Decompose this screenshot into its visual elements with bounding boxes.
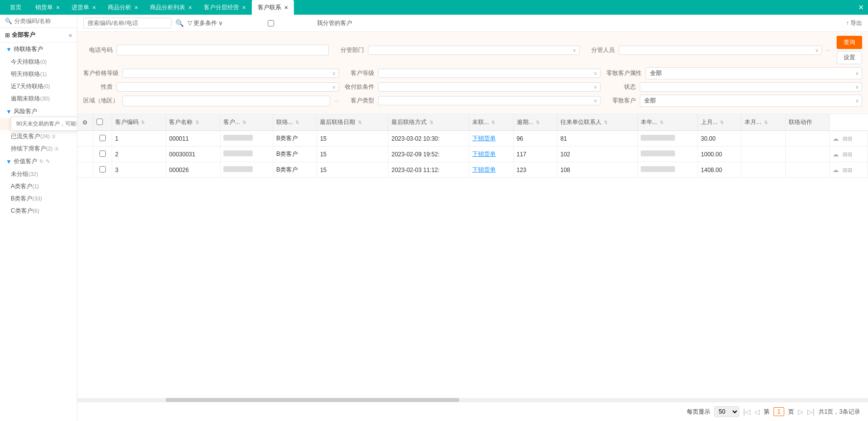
prev-icon[interactable]: ◁ — [754, 408, 760, 416]
more-conditions-btn[interactable]: ▽ 更多条件 ∨ — [188, 19, 223, 27]
customer-type-select[interactable]: ∨ — [378, 96, 601, 105]
price-grade-select[interactable]: ∨ — [122, 69, 339, 78]
sidebar-item-a-class[interactable]: A类客户(1) — [0, 180, 77, 193]
search-btn[interactable]: 🔍 — [175, 19, 184, 27]
sort-overdue-icon: ⇅ — [536, 120, 540, 125]
th-actions: 联络动作 — [785, 114, 829, 131]
table-row: 3 000026 B类客户 15 2023-02-03 11:12: 下销货单 … — [77, 162, 868, 178]
sidebar-item-overdue-contact[interactable]: 逾期未联络(30) — [0, 93, 77, 105]
row-settings — [77, 162, 93, 178]
filter-icon: ▽ — [188, 20, 192, 26]
more-manager-icon[interactable]: ··· — [826, 47, 831, 53]
th-unit-contact[interactable]: 往来单位联系人 ⇅ — [557, 114, 638, 131]
next-next-icon[interactable]: ▷| — [807, 408, 815, 416]
settings-btn[interactable]: 设置 — [837, 51, 862, 64]
sidebar-item-7days-pending[interactable]: 近7天待联络(0) — [0, 80, 77, 93]
chevron-zero-attr-icon: ∨ — [855, 71, 859, 76]
row-last-method[interactable]: 下销货单 — [469, 131, 513, 147]
main-content: 🔍 ▽ 更多条件 ∨ 我分管的客户 ↑ 导出 电话号码 — [77, 15, 868, 421]
chevron-zero-customer-icon: ∨ — [855, 98, 859, 103]
sort-last-month-icon: ⇅ — [720, 120, 724, 125]
sidebar-item-c-class[interactable]: C类客户(6) — [0, 205, 77, 217]
tab-home[interactable]: 首页 — [4, 0, 27, 15]
th-name[interactable]: 客户名称 ⇅ — [166, 114, 220, 131]
th-contacts[interactable]: 联络... ⇅ — [273, 114, 317, 131]
next-icon[interactable]: ▷ — [798, 408, 803, 416]
contact-action-icon[interactable]: ☁ — [833, 151, 839, 158]
sidebar-item-b-class[interactable]: B类客户(33) — [0, 193, 77, 205]
th-type[interactable]: 客户... ⇅ — [220, 114, 273, 131]
refresh-value-icon[interactable]: ↻ — [39, 158, 44, 165]
scrollbar-thumb[interactable] — [166, 398, 459, 402]
close-customer-contact-icon[interactable]: ✕ — [284, 5, 288, 10]
close-product-analysis-icon[interactable]: ✕ — [134, 5, 138, 10]
th-code[interactable]: 客户编码 ⇅ — [112, 114, 166, 131]
th-last-date[interactable]: 最后联络日期 ⇅ — [317, 114, 388, 131]
close-product-list-icon[interactable]: ✕ — [188, 5, 192, 10]
sidebar-item-today-pending[interactable]: 今天待联络(0) — [0, 56, 77, 68]
tab-customer-tier[interactable]: 客户分层经营 ✕ — [198, 0, 252, 15]
row-last-method[interactable]: 下销货单 — [469, 147, 513, 162]
th-last-method[interactable]: 最后联络方式 ⇅ — [388, 114, 469, 131]
sidebar-group-pending[interactable]: ▼ 待联络客户 — [0, 43, 77, 56]
table-settings-col[interactable]: ⚙ — [77, 114, 93, 131]
tab-purchase[interactable]: 进货单 ✕ — [66, 0, 102, 15]
close-sales-icon[interactable]: ✕ — [56, 5, 60, 10]
region-input[interactable] — [122, 96, 330, 106]
row-overdue: 102 — [557, 147, 638, 162]
sidebar-item-ungroup[interactable]: 未分组(32) — [0, 168, 77, 180]
tab-product-list[interactable]: 商品分析列表 ✕ — [144, 0, 198, 15]
th-overdue[interactable]: 逾期... ⇅ — [513, 114, 557, 131]
sidebar-all-customers[interactable]: ⊞ 全部客户 « — [0, 28, 77, 43]
sidebar-group-value[interactable]: ▼ 价值客户 ↻ ✎ — [0, 155, 77, 168]
sidebar-item-declining[interactable]: 持续下滑客户(2) ② — [0, 143, 77, 155]
row-checkbox[interactable] — [99, 135, 106, 141]
th-this-month[interactable]: 本月... ⇅ — [742, 114, 786, 131]
row-last-method[interactable]: 下销货单 — [469, 162, 513, 178]
collapse-sidebar-icon[interactable]: « — [69, 32, 72, 39]
per-page-select[interactable]: 50 100 200 — [714, 406, 739, 417]
more-action-icon[interactable]: ⊞⊞ — [843, 167, 852, 173]
th-last-month[interactable]: 上月... ⇅ — [698, 114, 742, 131]
horizontal-scrollbar[interactable] — [77, 398, 868, 402]
nature-select[interactable]: ∨ — [117, 82, 339, 92]
close-purchase-icon[interactable]: ✕ — [92, 5, 96, 10]
customer-grade-select[interactable]: ∨ — [378, 69, 601, 78]
zero-customer-select[interactable]: 全部 ∨ — [640, 95, 862, 107]
department-select[interactable]: ∨ — [368, 46, 580, 55]
query-btn[interactable]: 查询 — [837, 36, 862, 49]
select-all-checkbox[interactable] — [96, 119, 103, 125]
row-checkbox[interactable] — [99, 166, 106, 173]
sidebar-group-risk[interactable]: ▼ 风险客户 — [0, 105, 77, 118]
row-checkbox[interactable] — [99, 150, 106, 157]
manager-select[interactable]: ∨ — [619, 46, 822, 55]
th-this-year[interactable]: 本年... ⇅ — [637, 114, 698, 131]
edit-value-icon[interactable]: ✎ — [46, 158, 50, 165]
payment-select[interactable]: ∨ — [378, 82, 601, 92]
sidebar-item-churned[interactable]: 已流失客户(24) ② — [0, 130, 77, 143]
sidebar-item-tomorrow-pending[interactable]: 明天待联络(1) — [0, 68, 77, 80]
tab-sales[interactable]: 销货单 ✕ — [29, 0, 66, 15]
th-checkbox[interactable] — [93, 114, 112, 131]
more-action-icon[interactable]: ⊞⊞ — [843, 151, 852, 158]
search-input[interactable] — [83, 18, 171, 28]
th-unlisted[interactable]: 未联... ⇅ — [469, 114, 513, 131]
filter-panel: 电话号码 分管部门 ∨ 分管人员 ∨ ··· — [77, 32, 868, 114]
prev-prev-icon[interactable]: |◁ — [743, 408, 750, 416]
contact-action-icon[interactable]: ☁ — [833, 167, 839, 173]
tab-product-analysis[interactable]: 商品分析 ✕ — [102, 0, 144, 15]
phone-input[interactable] — [117, 45, 329, 55]
my-customers-checkbox[interactable] — [227, 20, 315, 26]
export-btn[interactable]: ↑ 导出 — [846, 19, 862, 27]
zero-attr-select[interactable]: 全部 ∨ — [646, 67, 862, 79]
sidebar-search-input[interactable] — [14, 18, 72, 25]
close-window-icon[interactable]: ✕ — [858, 3, 864, 11]
tab-customer-contact[interactable]: 客户联系 ✕ — [252, 0, 294, 15]
close-customer-tier-icon[interactable]: ✕ — [242, 5, 246, 10]
my-customers-checkbox-label[interactable]: 我分管的客户 — [227, 19, 352, 27]
row-checkbox-cell — [93, 147, 112, 162]
more-region-icon[interactable]: ··· — [334, 98, 339, 104]
more-action-icon[interactable]: ⊞⊞ — [843, 135, 852, 142]
status-select[interactable]: ∨ — [640, 82, 862, 92]
contact-action-icon[interactable]: ☁ — [833, 135, 839, 142]
